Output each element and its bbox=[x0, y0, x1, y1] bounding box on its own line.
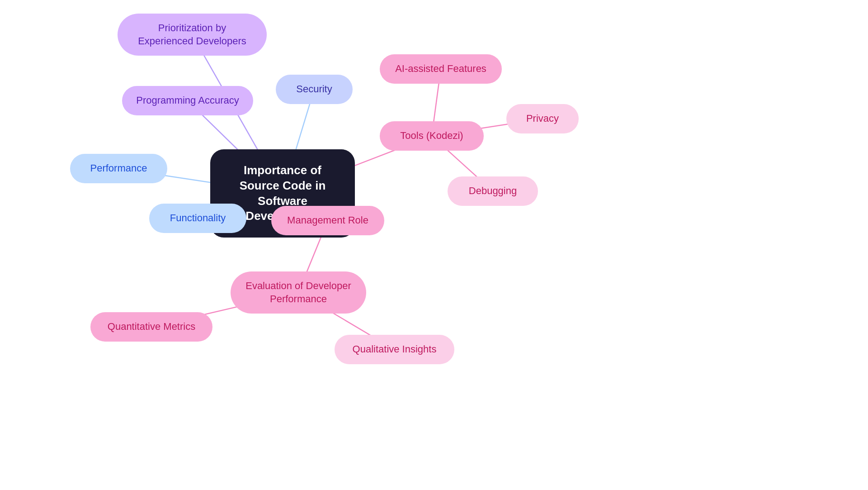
performance-node: Performance bbox=[70, 154, 167, 183]
programming-accuracy-node: Programming Accuracy bbox=[122, 86, 253, 115]
management-role-node: Management Role bbox=[271, 206, 384, 235]
functionality-node: Functionality bbox=[149, 204, 246, 233]
debugging-node: Debugging bbox=[448, 176, 538, 206]
privacy-node: Privacy bbox=[506, 104, 579, 133]
tools-kodezi-node: Tools (Kodezi) bbox=[380, 121, 484, 151]
prioritization-node: Prioritization by Experienced Developers bbox=[118, 14, 267, 56]
mind-map-canvas: Importance of Source Code in Software De… bbox=[0, 0, 868, 490]
qual-insights-node: Qualitative Insights bbox=[335, 335, 454, 364]
eval-developer-node: Evaluation of Developer Performance bbox=[231, 271, 366, 314]
ai-features-node: AI-assisted Features bbox=[380, 54, 502, 84]
quant-metrics-node: Quantitative Metrics bbox=[90, 312, 212, 342]
security-node: Security bbox=[276, 75, 353, 104]
